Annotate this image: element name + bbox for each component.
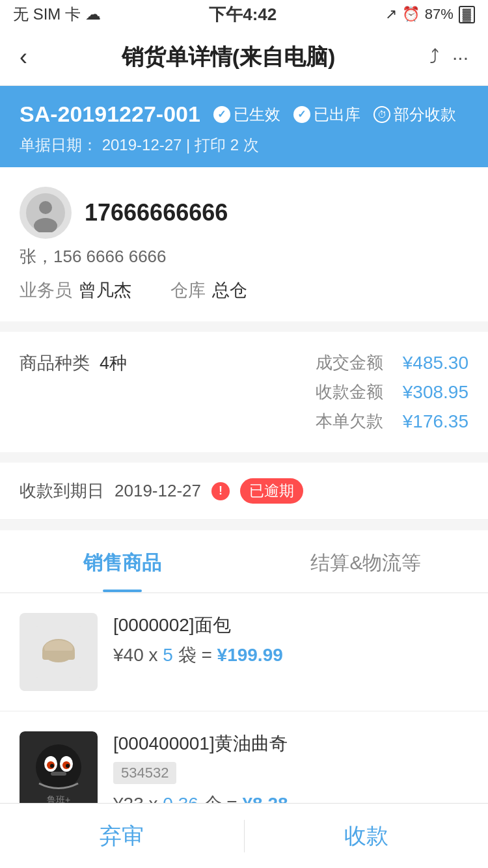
date-label: 单据日期：: [20, 136, 98, 154]
customer-section: 17666666666 张，156 6666 6666 业务员 曾凡杰 仓库 总…: [0, 167, 488, 321]
sim-status: 无 SIM 卡 ☁: [13, 4, 101, 25]
more-button[interactable]: ···: [452, 46, 468, 68]
svg-point-1: [39, 201, 52, 214]
product-name-1: [0000002]面包: [113, 613, 468, 638]
due-date: 2019-12-27: [115, 481, 201, 501]
status-left: 无 SIM 卡 ☁: [13, 4, 101, 25]
clock-icon: ⏱: [373, 106, 390, 123]
warehouse-meta: 仓库 总仓: [170, 278, 247, 302]
order-number: SA-20191227-001: [20, 102, 200, 127]
received-amount-row: 收款金额 ¥308.95: [316, 381, 468, 403]
summary-section: 商品种类 4种 成交金额 ¥485.30 收款金额 ¥308.95 本单欠款 ¥…: [0, 332, 488, 452]
avatar-icon: [26, 193, 65, 232]
tabs-section: 销售商品 结算&物流等: [0, 530, 488, 593]
product-type-label: 商品种类 4种: [20, 351, 127, 375]
avatar: [20, 187, 72, 239]
product-name-2: [000400001]黄油曲奇: [113, 731, 468, 756]
alarm-icon: ⏰: [402, 6, 420, 23]
svg-point-8: [36, 744, 81, 790]
page-title: 销货单详情(来自电脑): [122, 42, 336, 72]
customer-row: 17666666666: [20, 187, 468, 239]
badge-partial-label: 部分收款: [394, 104, 456, 125]
product-info-1: [0000002]面包 ¥40 x 5 袋 = ¥199.99: [113, 613, 468, 668]
svg-point-13: [50, 764, 54, 768]
svg-rect-6: [42, 651, 75, 660]
qty-1: 5: [163, 645, 173, 665]
confirm-button[interactable]: 收款: [245, 808, 489, 864]
overdue-badge: 已逾期: [240, 478, 303, 504]
svg-rect-15: [51, 772, 66, 776]
deal-amount-row: 成交金额 ¥485.30: [316, 351, 468, 374]
bottom-bar: 弃审 收款: [0, 803, 488, 868]
product-type-count: 4种: [100, 353, 127, 373]
multiply-sign-1: x: [149, 645, 163, 665]
list-item: [0000002]面包 ¥40 x 5 袋 = ¥199.99: [0, 593, 488, 711]
status-time: 下午4:42: [209, 3, 277, 26]
debt-value: ¥176.35: [403, 411, 468, 432]
received-value: ¥308.95: [403, 382, 468, 403]
header-banner: SA-20191227-001 ✓ 已生效 ✓ 已出库 ⏱ 部分收款 单据日期：…: [0, 86, 488, 167]
location-icon: ↗: [385, 6, 397, 23]
tab-settlement[interactable]: 结算&物流等: [244, 530, 488, 592]
debt-amount-row: 本单欠款 ¥176.35: [316, 410, 468, 433]
order-date: 2019-12-27: [102, 136, 182, 154]
debt-label: 本单欠款: [316, 410, 383, 433]
banner-date: 单据日期： 2019-12-27 | 打印 2 次: [20, 135, 468, 156]
badge-effective: ✓ 已生效: [213, 104, 280, 125]
tab-settlement-label: 结算&物流等: [310, 552, 421, 573]
received-label: 收款金额: [316, 381, 383, 403]
total-1: ¥199.99: [217, 645, 283, 665]
status-right: ↗ ⏰ 87% ▓: [385, 6, 475, 23]
print-info: | 打印 2 次: [186, 136, 259, 154]
customer-phone: 张，156 6666 6666: [20, 245, 468, 268]
order-row: SA-20191227-001 ✓ 已生效 ✓ 已出库 ⏱ 部分收款: [20, 102, 468, 127]
product-sku-2: 534532: [113, 762, 176, 784]
badge-shipped: ✓ 已出库: [293, 104, 360, 125]
warning-icon: !: [211, 482, 230, 500]
qty-unit-1: 袋: [178, 645, 197, 665]
badge-partial: ⏱ 部分收款: [373, 104, 456, 125]
badge-shipped-label: 已出库: [314, 104, 360, 125]
sales-name: 曾凡杰: [79, 278, 131, 302]
deal-label: 成交金额: [316, 351, 383, 374]
nav-actions: ⤴ ···: [429, 46, 468, 68]
summary-right: 成交金额 ¥485.30 收款金额 ¥308.95 本单欠款 ¥176.35: [316, 351, 468, 433]
equals-sign-1: =: [201, 645, 217, 665]
check-icon-1: ✓: [213, 106, 230, 123]
battery-icon: ▓: [459, 6, 475, 23]
bread-icon: [33, 626, 85, 678]
customer-meta: 业务员 曾凡杰 仓库 总仓: [20, 278, 468, 302]
status-bar: 无 SIM 卡 ☁ 下午4:42 ↗ ⏰ 87% ▓: [0, 0, 488, 29]
share-button[interactable]: ⤴: [429, 46, 439, 68]
warehouse-name: 总仓: [212, 278, 247, 302]
nav-bar: ‹ 销货单详情(来自电脑) ⤴ ···: [0, 29, 488, 86]
sales-meta: 业务员 曾凡杰: [20, 278, 131, 302]
product-thumb-2: 鲁班+: [20, 731, 98, 809]
deal-value: ¥485.30: [403, 353, 468, 373]
battery-level: 87%: [425, 6, 454, 23]
customer-id: 17666666666: [85, 199, 228, 226]
tab-sales-products[interactable]: 销售商品: [0, 530, 244, 592]
tab-sales-products-label: 销售商品: [83, 552, 161, 573]
product-price-row-1: ¥40 x 5 袋 = ¥199.99: [113, 643, 468, 668]
due-label: 收款到期日: [20, 480, 104, 502]
badge-effective-label: 已生效: [234, 104, 280, 125]
product-image-icon: 鲁班+: [20, 731, 98, 809]
sales-label: 业务员: [20, 278, 72, 302]
cancel-button[interactable]: 弃审: [0, 808, 244, 864]
summary-left: 商品种类 4种: [20, 351, 127, 433]
check-icon-2: ✓: [293, 106, 310, 123]
due-date-section: 收款到期日 2019-12-27 ! 已逾期: [0, 463, 488, 520]
svg-point-14: [66, 764, 70, 768]
back-button[interactable]: ‹: [20, 44, 27, 71]
warehouse-label: 仓库: [170, 278, 206, 302]
product-thumb-1: [20, 613, 98, 691]
price-unit-1: ¥40: [113, 645, 144, 665]
